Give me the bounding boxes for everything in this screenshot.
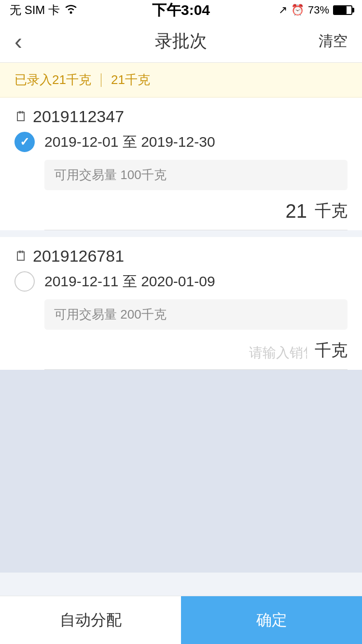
back-button[interactable]: ‹ [14, 28, 43, 55]
batch-date-1: 2019-12-01 至 2019-12-30 [44, 132, 215, 152]
radio-2[interactable] [14, 271, 35, 292]
section-divider-1 [0, 230, 362, 237]
bottom-bar: 自动分配 确定 [0, 596, 362, 644]
auto-distribute-button[interactable]: 自动分配 [0, 596, 181, 644]
batch-id-2: 2019126781 [33, 247, 124, 266]
radio-1[interactable] [14, 132, 35, 152]
batch-date-2: 2019-12-11 至 2020-01-09 [44, 272, 215, 292]
alarm-icon: ⏰ [291, 4, 304, 16]
status-bar: 无 SIM 卡 下午3:04 ↗ ⏰ 73% [0, 0, 362, 20]
quantity-row-2: 千克 [14, 330, 348, 369]
batch-date-row-2[interactable]: 2019-12-11 至 2020-01-09 [14, 271, 348, 292]
battery-icon [333, 5, 352, 15]
info-divider [101, 73, 101, 87]
page-title: 录批次 [155, 29, 207, 53]
status-time: 下午3:04 [152, 0, 210, 20]
batch-item-1: 🗒 2019112347 2019-12-01 至 2019-12-30 可用交… [0, 98, 362, 230]
batch-item-2: 🗒 2019126781 2019-12-11 至 2020-01-09 可用交… [0, 237, 362, 370]
svg-point-0 [70, 12, 72, 14]
battery-percent: 73% [308, 4, 329, 16]
quantity-unit-1: 千克 [315, 200, 348, 222]
recorded-amount: 已录入21千克 [14, 71, 91, 88]
wifi-icon [64, 3, 78, 17]
quantity-unit-2: 千克 [315, 339, 348, 362]
total-amount: 21千克 [111, 71, 150, 88]
quantity-input-1[interactable] [249, 200, 307, 222]
clear-button[interactable]: 清空 [319, 31, 348, 51]
empty-content-area [0, 370, 362, 573]
status-carrier: 无 SIM 卡 [10, 2, 78, 18]
batch-doc-icon-1: 🗒 [14, 109, 28, 125]
status-right: ↗ ⏰ 73% [278, 4, 352, 16]
info-banner: 已录入21千克 21千克 [0, 63, 362, 98]
location-icon: ↗ [278, 4, 287, 16]
batch-header-1: 🗒 2019112347 [14, 107, 348, 126]
batch-availability-2: 可用交易量 200千克 [44, 299, 348, 330]
batch-date-row-1[interactable]: 2019-12-01 至 2019-12-30 [14, 132, 348, 152]
batch-doc-icon-2: 🗒 [14, 248, 28, 264]
carrier-text: 无 SIM 卡 [10, 2, 60, 18]
batch-header-2: 🗒 2019126781 [14, 247, 348, 266]
nav-bar: ‹ 录批次 清空 [0, 20, 362, 63]
batch-id-1: 2019112347 [33, 107, 124, 126]
quantity-input-2[interactable] [249, 340, 307, 362]
batch-availability-1: 可用交易量 100千克 [44, 160, 348, 190]
confirm-button[interactable]: 确定 [181, 596, 362, 644]
quantity-row-1: 千克 [14, 190, 348, 230]
